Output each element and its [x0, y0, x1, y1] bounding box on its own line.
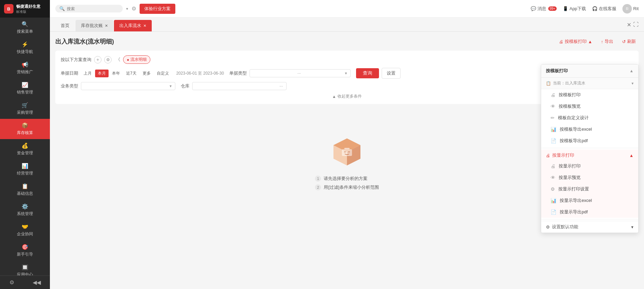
date-tab-custom[interactable]: 自定义: [154, 70, 172, 77]
dropdown-template-print-item[interactable]: 🖨 按模板打印: [541, 89, 638, 101]
sidebar-item-collab[interactable]: 🤝 企业协同: [0, 220, 50, 240]
dropdown-footer[interactable]: ⚙ 设置默认功能 ▾: [541, 221, 638, 233]
maximize-tab-btn[interactable]: ⛶: [633, 21, 639, 28]
tab-in-out-flow-close[interactable]: ✕: [143, 24, 146, 28]
filter-tag-icon: ●: [127, 57, 129, 62]
topbar-search-box[interactable]: 🔍: [55, 5, 123, 12]
dropdown-display-preview-item[interactable]: 👁 按显示预览: [541, 172, 638, 183]
close-tab-btn[interactable]: ✕: [627, 21, 631, 28]
dropdown-display-pdf-item[interactable]: 📄 按显示导出pdf: [541, 206, 638, 218]
sidebar-item-quick-nav[interactable]: ⚡ 快捷导航: [0, 38, 50, 58]
current-chevron[interactable]: ▾: [632, 81, 634, 86]
warehouse-more-btn[interactable]: ···: [280, 84, 283, 88]
sidebar-bottom: ⚙ ◀◀: [0, 275, 50, 289]
step-num-2: 2: [315, 184, 321, 190]
footer-chevron[interactable]: ▾: [631, 225, 634, 230]
export-btn[interactable]: ↑ 导出: [598, 37, 616, 46]
nav-icon-collab: 🤝: [22, 224, 28, 230]
template-print-icon: 🖨: [551, 92, 555, 98]
sidebar-item-inventory[interactable]: 📦 库存核算: [0, 119, 50, 139]
current-icon: 📋: [546, 81, 551, 86]
filter-add-btn[interactable]: ＋: [94, 56, 101, 63]
sidebar-item-finance[interactable]: 💰 资金管理: [0, 139, 50, 159]
empty-step-1: 1 请先选择要分析的方案: [315, 176, 368, 182]
date-tab-current-year[interactable]: 本年: [109, 70, 123, 77]
date-tab-current-month[interactable]: 本月: [95, 70, 109, 77]
message-badge: 99+: [548, 6, 557, 11]
biz-type-chevron[interactable]: ▾: [170, 84, 172, 88]
tab-batch-account[interactable]: 库存批次账 ✕: [76, 20, 113, 31]
tabbar: 首页 库存批次账 ✕ 出入库流水 ✕ ✕ ⛶: [50, 18, 644, 32]
filter-active-tag[interactable]: ● 流水明细: [123, 55, 150, 64]
query-button[interactable]: 查询: [356, 68, 379, 78]
date-filter-label: 单据日期: [61, 70, 78, 76]
sidebar-item-appcenter[interactable]: 🔲 应用中心: [0, 261, 50, 275]
filter-collapse-icon[interactable]: 《: [116, 57, 120, 63]
doc-type-select[interactable]: ··· ▾: [250, 69, 351, 77]
doc-type-chevron[interactable]: ▾: [345, 71, 347, 76]
refresh-btn[interactable]: ↺ 刷新: [619, 37, 639, 46]
nav-label-finance: 资金管理: [17, 150, 33, 156]
nav-label-quick-nav: 快捷导航: [17, 49, 33, 55]
dropdown-header-chevron[interactable]: ▲: [630, 69, 634, 73]
topbar: 🔍 ▾ ⚙ 体验行业方案 💬 消息 99+ 📱 App下载 🎧 在线客服 R: [50, 0, 644, 18]
search-input[interactable]: [67, 6, 114, 11]
biz-type-filter-field: 业务类型 ▾: [61, 82, 175, 90]
sidebar-item-system[interactable]: ⚙️ 系统管理: [0, 200, 50, 220]
logo-badge: 标准版: [16, 9, 40, 14]
dropdown-header: 按模板打印 ▲: [541, 64, 638, 78]
warehouse-select[interactable]: ···: [192, 82, 287, 90]
tab-in-out-flow[interactable]: 出入库流水 ✕: [114, 20, 152, 31]
dropdown-template-preview-item[interactable]: 👁 按模板预览: [541, 101, 638, 112]
sidebar-item-marketing[interactable]: 📢 营销推广: [0, 58, 50, 78]
dropdown-current-row: 📋 当前：出入库流水 ▾: [541, 78, 638, 89]
collapse-conditions-btn[interactable]: ▲ 收起更多条件: [332, 94, 362, 99]
export-icon: ↑: [601, 39, 604, 44]
topbar-gear-icon[interactable]: ⚙: [131, 5, 136, 12]
display-print-collapse-icon[interactable]: ▲: [629, 153, 634, 158]
settings-icon[interactable]: ⚙: [9, 279, 14, 286]
svg-rect-3: [342, 149, 352, 156]
tab-home[interactable]: 首页: [55, 20, 75, 31]
dropdown-display-excel-item[interactable]: 📊 按显示导出excel: [541, 195, 638, 206]
print-template-btn[interactable]: 🖨 按模板打印 ▲: [556, 37, 595, 46]
filter-settings-icon[interactable]: ⚙: [104, 56, 112, 63]
message-btn[interactable]: 💬 消息 99+: [531, 6, 557, 12]
collapse-sidebar-icon[interactable]: ◀◀: [33, 279, 41, 286]
doc-type-more-btn[interactable]: ···: [297, 71, 301, 76]
dropdown-template-pdf-item[interactable]: 📄 按模板导出pdf: [541, 135, 638, 147]
biz-type-select[interactable]: ▾: [81, 82, 175, 90]
nav-icon-basics: 📋: [22, 183, 28, 189]
doc-type-label: 单据类型: [229, 70, 247, 76]
biz-type-label: 业务类型: [61, 83, 78, 89]
sidebar-item-sales[interactable]: 📈 销售管理: [0, 78, 50, 99]
dropdown-template-customize-item[interactable]: ✏ 模板自定义设计: [541, 112, 638, 124]
sidebar-item-purchase[interactable]: 🛒 采购管理: [0, 99, 50, 119]
date-tab-more[interactable]: 更多: [140, 70, 153, 77]
dropdown-template-excel-item[interactable]: 📊 按模板导出excel: [541, 124, 638, 135]
dropdown-display-print-item[interactable]: 🖨 按显示打印: [541, 160, 638, 172]
sidebar-item-search[interactable]: 🔍 搜索菜单: [0, 18, 50, 38]
date-tab-prev-month[interactable]: 上月: [81, 70, 94, 77]
avatar: R: [622, 4, 632, 14]
sidebar-nav: 🔍 搜索菜单 ⚡ 快捷导航 📢 营销推广 📈 销售管理 🛒 采购管理 📦 库存核…: [0, 18, 50, 275]
sidebar-item-basics[interactable]: 📋 基础信息: [0, 180, 50, 200]
trial-button[interactable]: 体验行业方案: [140, 4, 175, 14]
online-service-btn[interactable]: 🎧 在线客服: [592, 6, 616, 12]
sidebar-item-operations[interactable]: 📊 经营管理: [0, 159, 50, 180]
app-download-btn[interactable]: 📱 App下载: [563, 6, 586, 12]
template-excel-label: 按模板导出excel: [560, 126, 592, 132]
default-func-label: 设置默认功能: [552, 224, 578, 230]
display-print-title-area: 🖨 按显示打印: [546, 152, 574, 158]
in-out-flow-tab-label: 出入库流水: [119, 23, 141, 29]
sidebar-item-guide[interactable]: 🎯 新手引导: [0, 240, 50, 261]
logo-icon: B: [4, 4, 13, 14]
user-avatar-area[interactable]: R Rit: [622, 4, 639, 14]
topbar-right: 💬 消息 99+ 📱 App下载 🎧 在线客服 R Rit: [531, 4, 639, 14]
settings-button[interactable]: 设置: [382, 68, 401, 79]
date-tab-7days[interactable]: 近7天: [123, 70, 139, 77]
tab-batch-account-close[interactable]: ✕: [105, 24, 108, 28]
search-dropdown-icon[interactable]: ▾: [126, 6, 128, 11]
dropdown-display-print-settings-item[interactable]: ⚙ 按显示打印设置: [541, 183, 638, 195]
sidebar-logo: B 畅捷通好生意 标准版: [0, 0, 50, 18]
